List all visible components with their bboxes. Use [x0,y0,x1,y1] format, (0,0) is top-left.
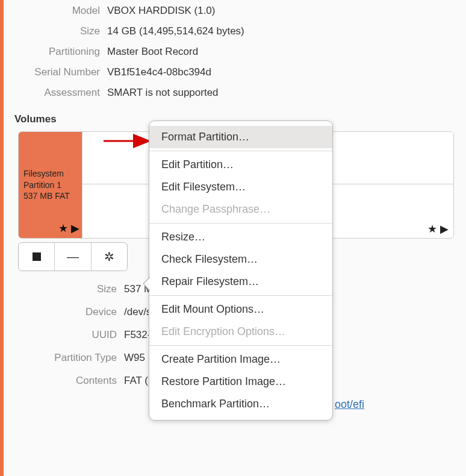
partitioning-value: Master Boot Record [107,46,454,58]
mount-point-link[interactable]: oot/efi [335,398,364,411]
disk-info-grid: Model VBOX HARDDISK (1.0) Size 14 GB (14… [10,5,454,99]
detail-ptype-label: Partition Type [18,352,117,364]
menu-format-partition[interactable]: Format Partition… [149,126,332,148]
menu-benchmark-partition[interactable]: Benchmark Partition… [149,393,332,415]
volume-rest-status-icons: ★ ▶ [427,222,449,236]
partition-status-icons: ★ ▶ [58,221,79,236]
detail-uuid-label: UUID [18,329,117,341]
detail-device-label: Device [18,306,117,318]
menu-edit-filesystem[interactable]: Edit Filesystem… [149,176,332,198]
partitioning-label: Partitioning [10,46,100,58]
partition-options-menu: Format Partition… Edit Partition… Edit F… [149,121,333,421]
menu-separator [149,151,332,151]
unmount-button[interactable] [19,243,55,271]
partition-subname: Partition 1 [23,180,77,191]
menu-repair-filesystem[interactable]: Repair Filesystem… [149,271,332,293]
detail-contents-label: Contents [18,375,117,387]
menu-edit-mount-options[interactable]: Edit Mount Options… [149,298,332,321]
serial-label: Serial Number [10,66,100,78]
window-accent-stripe [0,0,4,476]
size-label: Size [10,25,100,37]
menu-separator [149,223,332,224]
menu-edit-encryption-options: Edit Encryption Options… [149,321,332,343]
assessment-label: Assessment [10,87,100,99]
partition-name: Filesystem [23,168,77,180]
menu-separator [149,345,332,346]
minus-icon: — [67,250,79,264]
detail-size-label: Size [18,283,117,295]
menu-change-passphrase: Change Passphrase… [149,198,332,221]
serial-value: VB1f51e4c4-08bc394d [107,66,454,78]
assessment-value: SMART is not supported [107,87,454,99]
volume-partition-1[interactable]: Filesystem Partition 1 537 MB FAT ★ ▶ [19,132,82,238]
model-label: Model [10,5,100,17]
volume-toolbar: — ✲ [18,242,128,271]
delete-button[interactable]: — [55,243,91,271]
partition-size: 537 MB FAT [23,190,77,202]
stop-icon [33,252,41,261]
menu-separator [149,295,332,296]
model-value: VBOX HARDDISK (1.0) [107,5,454,17]
settings-button[interactable]: ✲ [92,243,127,271]
size-value: 14 GB (14,495,514,624 bytes) [107,25,454,37]
menu-check-filesystem[interactable]: Check Filesystem… [149,248,332,271]
menu-resize[interactable]: Resize… [149,226,332,248]
menu-restore-partition-image[interactable]: Restore Partition Image… [149,371,332,393]
gear-icon: ✲ [104,249,114,264]
menu-create-partition-image[interactable]: Create Partition Image… [149,348,332,371]
menu-edit-partition[interactable]: Edit Partition… [149,154,332,176]
